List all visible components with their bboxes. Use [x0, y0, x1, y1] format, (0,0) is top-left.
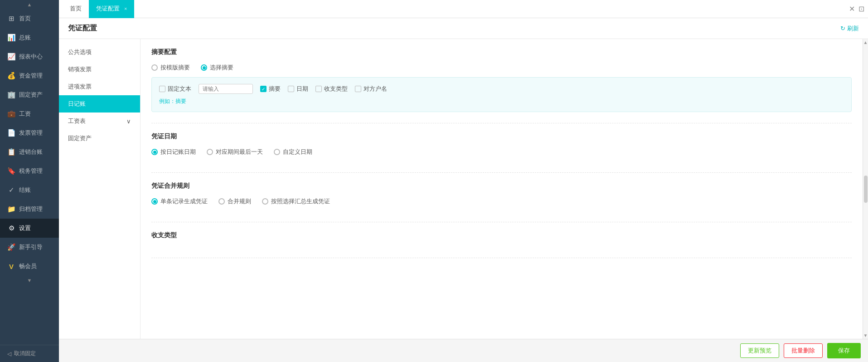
merge-rules-section: 凭证合并规则 单条记录生成凭证 合并规则 按照选择汇总生成凭证 [151, 182, 852, 222]
tab-home-label: 首页 [70, 5, 82, 13]
sidebar-item-invoice[interactable]: 📄 发票管理 [0, 123, 59, 142]
maximize-button[interactable]: ⊡ [858, 5, 864, 13]
summary-radio-group: 按模版摘要 选择摘要 [151, 64, 852, 72]
nav-journal[interactable]: 日记账 [59, 95, 140, 113]
sidebar-item-fixed-assets[interactable]: 🏢 固定资产 [0, 85, 59, 104]
tab-close-button[interactable]: × [124, 6, 127, 11]
radio-merge-rule[interactable]: 合并规则 [218, 197, 251, 205]
radio-circle-single [151, 198, 158, 205]
voucher-date-title: 凭证日期 [151, 132, 852, 141]
scroll-up-arrow[interactable]: ▲ [863, 40, 868, 45]
summary-config-title: 摘要配置 [151, 48, 852, 56]
right-content: 摘要配置 按模版摘要 选择摘要 固定文本 [141, 39, 863, 339]
checkbox-box-fixed [159, 86, 165, 92]
sidebar-item-salary[interactable]: 💼 工资 [0, 104, 59, 123]
scroll-down-arrow[interactable]: ▼ [863, 333, 868, 338]
left-nav: 公共选项 销项发票 进项发票 日记账 工资表 ∨ 固定资产 [59, 39, 141, 339]
receipt-type-section: 收支类型 [151, 231, 852, 258]
batch-delete-button[interactable]: 批量删除 [784, 343, 823, 358]
nav-sales-invoice[interactable]: 销项发票 [59, 61, 140, 78]
radio-label: 单条记录生成凭证 [160, 197, 208, 205]
nav-label: 进项发票 [68, 83, 92, 91]
nav-label: 日记账 [68, 100, 86, 108]
sidebar-item-archive[interactable]: 📁 归档管理 [0, 200, 59, 219]
radio-single-record[interactable]: 单条记录生成凭证 [151, 197, 208, 205]
purchase-icon: 📋 [7, 148, 15, 156]
fixed-text-input[interactable] [199, 84, 253, 94]
refresh-icon: ↻ [840, 25, 845, 32]
tab-home[interactable]: 首页 [63, 0, 89, 18]
receipt-type-title: 收支类型 [151, 231, 852, 240]
checkbox-date[interactable]: 日期 [288, 85, 308, 93]
sidebar-item-general-ledger[interactable]: 📊 总账 [0, 28, 59, 47]
scroll-thumb[interactable] [864, 176, 868, 203]
radio-aggregate-generate[interactable]: 按照选择汇总生成凭证 [262, 197, 330, 205]
sidebar-item-label: 畅会员 [19, 262, 37, 270]
invoice-icon: 📄 [7, 129, 15, 137]
update-preview-button[interactable]: 更新预览 [740, 343, 779, 358]
radio-journal-date[interactable]: 按日记账日期 [151, 148, 196, 156]
radio-template-summary[interactable]: 按模版摘要 [151, 64, 190, 72]
checkbox-box-summary: ✓ [260, 86, 267, 92]
nav-public-options[interactable]: 公共选项 [59, 44, 140, 61]
fund-icon: 💰 [7, 72, 15, 80]
radio-label: 合并规则 [228, 197, 251, 205]
summary-config-box: 固定文本 ✓ 摘要 日期 收支类型 [151, 77, 852, 112]
sidebar-item-label: 结账 [19, 186, 31, 194]
nav-label: 销项发票 [68, 65, 92, 73]
summary-config-section: 摘要配置 按模版摘要 选择摘要 固定文本 [151, 48, 852, 123]
sidebar-scroll-down[interactable]: ▼ [0, 276, 59, 285]
merge-rules-title: 凭证合并规则 [151, 182, 852, 190]
sidebar-item-label: 固定资产 [19, 91, 43, 99]
tab-bar-actions: ✕ ⊡ [849, 5, 864, 13]
radio-period-last-day[interactable]: 对应期间最后一天 [207, 148, 263, 156]
sidebar-scroll-up[interactable]: ▲ [0, 0, 59, 9]
radio-label: 对应期间最后一天 [216, 148, 263, 156]
radio-select-summary[interactable]: 选择摘要 [201, 64, 233, 72]
home-icon: ⊞ [7, 15, 15, 23]
tab-bar: 首页 凭证配置 × ✕ ⊡ [59, 0, 868, 18]
radio-label: 按模版摘要 [160, 64, 190, 72]
radio-label: 选择摘要 [210, 64, 233, 72]
sidebar-item-purchase-sales[interactable]: 📋 进销台账 [0, 142, 59, 161]
sidebar-item-label: 总账 [19, 34, 31, 42]
sidebar-item-tax[interactable]: 🔖 税务管理 [0, 161, 59, 181]
checkbox-counterparty[interactable]: 对方户名 [355, 85, 387, 93]
nav-purchase-invoice[interactable]: 进项发票 [59, 78, 140, 95]
checkbox-label: 摘要 [269, 85, 281, 93]
nav-payroll[interactable]: 工资表 ∨ [59, 113, 140, 130]
sidebar-item-label: 进销台账 [19, 148, 43, 156]
refresh-button[interactable]: ↻ 刷新 [840, 24, 859, 33]
minimize-button[interactable]: ✕ [849, 5, 855, 13]
chevron-down-icon: ∨ [126, 118, 131, 125]
nav-label: 固定资产 [68, 134, 92, 142]
date-radio-group: 按日记账日期 对应期间最后一天 自定义日期 [151, 148, 852, 156]
salary-icon: 💼 [7, 110, 15, 118]
checkbox-fixed-text[interactable]: 固定文本 [159, 85, 191, 93]
sidebar-item-label: 首页 [19, 15, 31, 23]
nav-fixed-assets[interactable]: 固定资产 [59, 130, 140, 147]
checkbox-box-receipt [315, 86, 322, 92]
pin-icon: ◁ [7, 351, 11, 357]
sidebar-item-vip[interactable]: V 畅会员 [0, 257, 59, 276]
sidebar-item-fund-management[interactable]: 💰 资金管理 [0, 66, 59, 85]
sidebar-item-label: 新手引导 [19, 243, 43, 251]
sidebar-unpin-button[interactable]: ◁ 取消固定 [0, 345, 59, 362]
sidebar-item-home[interactable]: ⊞ 首页 [0, 9, 59, 28]
radio-circle-select [201, 64, 207, 71]
sidebar-item-settings[interactable]: ⚙ 设置 [0, 219, 59, 238]
sidebar-item-label: 税务管理 [19, 167, 43, 175]
sidebar-item-checkout[interactable]: ✓ 结账 [0, 181, 59, 200]
checkbox-row: 固定文本 ✓ 摘要 日期 收支类型 [159, 84, 844, 94]
tab-voucher-config[interactable]: 凭证配置 × [89, 0, 134, 18]
radio-custom-date[interactable]: 自定义日期 [274, 148, 312, 156]
sidebar-item-label: 设置 [19, 224, 31, 232]
radio-circle-aggregate [262, 198, 268, 205]
checkbox-summary[interactable]: ✓ 摘要 [260, 85, 281, 93]
checkbox-receipt-type[interactable]: 收支类型 [315, 85, 348, 93]
sidebar-item-guide[interactable]: 🚀 新手引导 [0, 238, 59, 257]
save-button[interactable]: 保存 [827, 343, 861, 358]
voucher-date-section: 凭证日期 按日记账日期 对应期间最后一天 自定义日期 [151, 132, 852, 173]
chart-icon: 📊 [7, 34, 15, 42]
sidebar-item-report-center[interactable]: 📈 报表中心 [0, 47, 59, 66]
